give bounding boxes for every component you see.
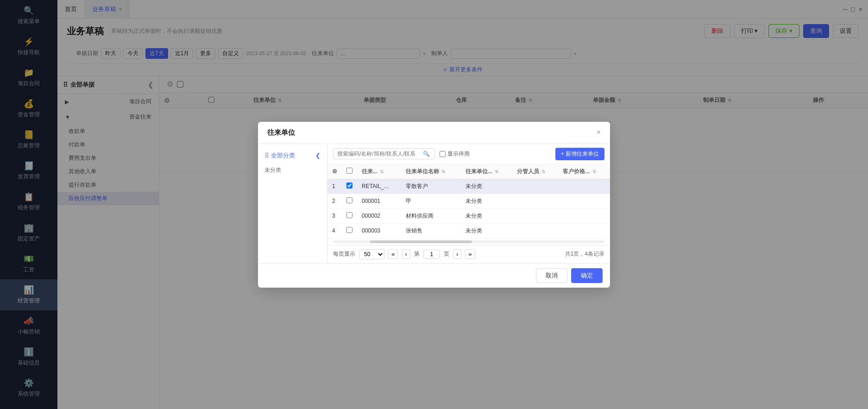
row2-no: 2 bbox=[327, 194, 342, 208]
modal-right: 🔍 显示停用 + 新增往来单位 ⚙ 往来... ⇅ 往来单位名称 bbox=[327, 144, 610, 263]
modal-col-price: 客户价格... ⇅ bbox=[558, 164, 610, 179]
row4-name: 张销售 bbox=[401, 223, 461, 238]
modal-header: 往来单位 × bbox=[258, 122, 610, 144]
row3-no: 3 bbox=[327, 208, 342, 223]
show-disabled-label[interactable]: 显示停用 bbox=[440, 150, 470, 158]
page-total-text: 共1页，4条记录 bbox=[565, 250, 604, 258]
modal-col-manager: 分管人员 ⇅ bbox=[512, 164, 558, 179]
modal-pagination: 每页显示 50 20 100 « ‹ 第 页 › » 共1页，4条记录 bbox=[327, 245, 610, 263]
row4-code: 000003 bbox=[357, 223, 401, 238]
modal-cancel-btn[interactable]: 取消 bbox=[536, 268, 567, 283]
per-page-label: 每页显示 bbox=[333, 250, 355, 258]
row1-code: RETAIL_... bbox=[357, 179, 401, 194]
modal-toolbar: 🔍 显示停用 + 新增往来单位 bbox=[327, 144, 610, 164]
page-number-input[interactable] bbox=[423, 250, 440, 259]
modal-select-all[interactable] bbox=[346, 168, 352, 174]
all-category-label: 全部分类 bbox=[271, 151, 295, 160]
row4-checkbox[interactable] bbox=[342, 223, 357, 238]
row1-price bbox=[558, 179, 610, 194]
page-label: 第 bbox=[414, 250, 420, 258]
modal-table-row-2[interactable]: 2 000001 甲 未分类 bbox=[327, 194, 610, 208]
grid-icon: ⠿ bbox=[264, 152, 269, 159]
first-page-btn[interactable]: « bbox=[388, 249, 398, 259]
row3-checkbox[interactable] bbox=[342, 208, 357, 223]
modal-unclassified-category[interactable]: 未分类 bbox=[258, 164, 327, 177]
modal-col-gear[interactable]: ⚙ bbox=[327, 164, 342, 179]
row1-category: 未分类 bbox=[461, 179, 513, 194]
row1-checkbox[interactable] bbox=[342, 179, 357, 194]
per-page-select[interactable]: 50 20 100 bbox=[359, 249, 384, 259]
modal-search-input[interactable] bbox=[337, 151, 423, 157]
modal-table-row-4[interactable]: 4 000003 张销售 未分类 bbox=[327, 223, 610, 238]
row3-category: 未分类 bbox=[461, 208, 513, 223]
modal-categories: ⠿ 全部分类 ❮ 未分类 bbox=[258, 144, 327, 263]
modal-close-btn[interactable]: × bbox=[597, 128, 601, 137]
modal-title: 往来单位 bbox=[267, 128, 295, 137]
row2-manager bbox=[512, 194, 558, 208]
row3-name: 材料供应商 bbox=[401, 208, 461, 223]
modal-body: ⠿ 全部分类 ❮ 未分类 🔍 显示停用 + 新增往来单位 bbox=[258, 144, 610, 263]
modal-col-category: 往来单位... ⇅ bbox=[461, 164, 513, 179]
modal-search-icon: 🔍 bbox=[423, 151, 430, 157]
modal-scrollbar[interactable] bbox=[333, 240, 604, 243]
row3-price bbox=[558, 208, 610, 223]
modal-table: ⚙ 往来... ⇅ 往来单位名称 ⇅ 往来单位... ⇅ 分管人员 ⇅ 客户价格… bbox=[327, 164, 610, 239]
row4-category: 未分类 bbox=[461, 223, 513, 238]
show-disabled-checkbox[interactable] bbox=[440, 151, 446, 157]
modal-collapse-icon[interactable]: ❮ bbox=[315, 152, 321, 159]
modal-col-name: 往来单位名称 ⇅ bbox=[401, 164, 461, 179]
modal-search-box: 🔍 bbox=[333, 148, 435, 159]
row1-no: 1 bbox=[327, 179, 342, 194]
row4-no: 4 bbox=[327, 223, 342, 238]
modal-table-row-3[interactable]: 3 000002 材料供应商 未分类 bbox=[327, 208, 610, 223]
modal-table-row-1[interactable]: 1 RETAIL_... 零散客户 未分类 bbox=[327, 179, 610, 194]
prev-page-btn[interactable]: ‹ bbox=[402, 249, 410, 259]
row2-category: 未分类 bbox=[461, 194, 513, 208]
show-disabled-text: 显示停用 bbox=[447, 150, 470, 158]
add-partner-button[interactable]: + 新增往来单位 bbox=[555, 148, 604, 160]
row2-code: 000001 bbox=[357, 194, 401, 208]
partner-modal: 往来单位 × ⠿ 全部分类 ❮ 未分类 🔍 显示停用 bbox=[258, 122, 610, 288]
row1-name: 零散客户 bbox=[401, 179, 461, 194]
page-suffix: 页 bbox=[444, 250, 449, 258]
row3-manager bbox=[512, 208, 558, 223]
modal-col-checkbox[interactable] bbox=[342, 164, 357, 179]
row3-code: 000002 bbox=[357, 208, 401, 223]
row4-manager bbox=[512, 223, 558, 238]
last-page-btn[interactable]: » bbox=[465, 249, 475, 259]
modal-col-code: 往来... ⇅ bbox=[357, 164, 401, 179]
modal-all-category[interactable]: ⠿ 全部分类 ❮ bbox=[258, 148, 327, 164]
next-page-btn[interactable]: › bbox=[453, 249, 461, 259]
modal-table-wrap: ⚙ 往来... ⇅ 往来单位名称 ⇅ 往来单位... ⇅ 分管人员 ⇅ 客户价格… bbox=[327, 164, 610, 239]
col-gear-icon[interactable]: ⚙ bbox=[332, 168, 337, 175]
row4-price bbox=[558, 223, 610, 238]
row1-manager bbox=[512, 179, 558, 194]
row2-price bbox=[558, 194, 610, 208]
modal-confirm-btn[interactable]: 确定 bbox=[571, 268, 603, 283]
row2-name: 甲 bbox=[401, 194, 461, 208]
modal-actions: 取消 确定 bbox=[258, 263, 610, 288]
row2-checkbox[interactable] bbox=[342, 194, 357, 208]
scrollbar-thumb[interactable] bbox=[370, 240, 472, 243]
